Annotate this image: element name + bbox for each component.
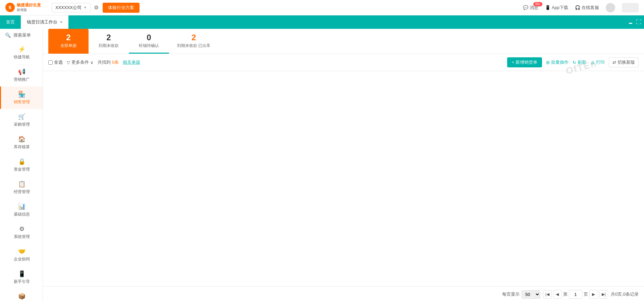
page-last-button[interactable]: ▶|	[599, 290, 608, 299]
per-page-select[interactable]: 50 100 200	[522, 290, 540, 299]
sidebar-item-basic-info[interactable]: 📊 基础信息	[0, 199, 43, 221]
stat-tab-shipped[interactable]: 2 到期未收款 已出库	[169, 29, 218, 54]
add-button[interactable]: + 新增销货单	[507, 57, 542, 67]
operations-icon: 📋	[18, 180, 25, 188]
refresh-icon: ↻	[573, 60, 576, 65]
sidebar-item-marketing[interactable]: 📢 营销推广	[0, 64, 43, 86]
print-label: 打印	[596, 59, 605, 65]
marketing-icon: 📢	[18, 68, 25, 75]
tab-work-bench[interactable]: 钱货日清工作台 ×	[21, 15, 68, 29]
content-area: 2 全部单据 2 到期未收款 0 旺铺待确认 2 到期未收款 已出库 全选	[43, 29, 644, 302]
sidebar-item-label: 基础信息	[14, 212, 30, 217]
company-name: XXXXXX公司	[55, 5, 82, 11]
sidebar-item-quick-nav[interactable]: ⚡ 快捷导航	[0, 42, 43, 64]
page-end-label: 页	[584, 291, 588, 297]
sidebar-item-purchase[interactable]: 🛒 采购管理	[0, 109, 43, 131]
select-all-checkbox[interactable]: 全选	[48, 59, 63, 65]
page-next-button[interactable]: ▶	[589, 290, 598, 299]
stat-pending-num: 0	[147, 33, 151, 42]
batch-label: 批量操作	[551, 59, 569, 65]
sidebar-item-operations[interactable]: 📋 经营管理	[0, 176, 43, 199]
select-all-label: 全选	[54, 59, 63, 65]
logo-text: 畅捷通好生意	[17, 3, 41, 7]
stats-bar: 2 全部单据 2 到期未收款 0 旺铺待确认 2 到期未收款 已出库	[43, 29, 644, 54]
filter-icon: ▽	[67, 60, 70, 65]
sidebar-item-label: 企业协同	[14, 256, 30, 262]
online-service-label: 在线客服	[582, 5, 599, 11]
online-service-item[interactable]: 🎧 在线客服	[575, 5, 599, 11]
batch-icon: ⊞	[546, 60, 550, 65]
sidebar-item-label: 销售管理	[14, 99, 30, 105]
search-icon: 🔍	[5, 33, 11, 38]
tab-home[interactable]: 首页	[0, 15, 21, 29]
stat-shipped-num: 2	[192, 33, 196, 42]
tab-close-icon[interactable]: ×	[60, 20, 62, 24]
pagination-bar: 每页显示 50 100 200 |◀ ◀ 第 页 ▶ ▶| 共0页,0条记录	[43, 286, 644, 302]
guide-icon: 📱	[18, 270, 25, 278]
settings-icon[interactable]: ⚙	[94, 4, 99, 11]
sidebar-item-app-center[interactable]: 📦 应用中心	[0, 289, 43, 302]
switch-button[interactable]: ⇄ 切换新版	[609, 57, 639, 67]
sidebar-item-label: 新手引导	[14, 279, 30, 285]
message-badge: 99+	[533, 2, 542, 6]
top-header: 6 畅捷通好生意 标准版 XXXXXX公司 ▼ ⚙ 体验行业方案 💬 消息 99…	[0, 0, 644, 15]
sales-icon: 🏪	[18, 90, 25, 98]
app-download-label: App下载	[552, 5, 568, 11]
trial-button[interactable]: 体验行业方案	[103, 3, 140, 13]
sidebar-item-enterprise[interactable]: 🤝 企业协同	[0, 244, 43, 266]
user-name[interactable]	[622, 3, 639, 12]
refresh-button[interactable]: ↻ 刷新	[573, 59, 586, 65]
stat-overdue-num: 2	[106, 33, 111, 42]
stat-tab-all[interactable]: 2 全部单据	[48, 29, 89, 54]
found-text-label: 共找到	[98, 60, 111, 65]
message-item[interactable]: 💬 消息 99+	[523, 5, 538, 11]
stat-tab-overdue[interactable]: 2 到期未收款	[89, 29, 129, 54]
sidebar-item-label: 营销推广	[14, 77, 30, 82]
sidebar-item-sales[interactable]: 🏪 销售管理	[0, 86, 43, 109]
company-selector[interactable]: XXXXXX公司 ▼	[52, 3, 91, 12]
page-prev-button[interactable]: ◀	[553, 290, 562, 299]
filter-arrow-icon: ∨	[90, 60, 94, 65]
maximize-icon[interactable]: ⛶	[636, 19, 641, 25]
enterprise-icon: 🤝	[18, 248, 25, 255]
sidebar-item-label: 系统管理	[14, 234, 30, 240]
minimize-icon[interactable]: 🗕	[628, 19, 633, 25]
sidebar-item-label: 经营管理	[14, 189, 30, 195]
avatar[interactable]	[606, 3, 615, 12]
related-link[interactable]: 相关单据	[123, 59, 140, 65]
sidebar-item-inventory[interactable]: 🏠 库存核算	[0, 131, 43, 154]
logo-area: 6 畅捷通好生意 标准版	[5, 3, 48, 12]
select-all-input[interactable]	[48, 60, 53, 65]
filter-label: 更多条件	[71, 59, 89, 65]
page-first-button[interactable]: |◀	[543, 290, 552, 299]
nav-tabs: 首页 钱货日清工作台 × 🗕 ⛶	[0, 15, 644, 29]
stat-pending-label: 旺铺待确认	[139, 43, 159, 49]
app-download-item[interactable]: 📱 App下载	[545, 5, 568, 11]
main-layout: 🔍 搜索菜单 ⚡ 快捷导航 📢 营销推广 🏪 销售管理 🛒 采购管理 🏠 库存核…	[0, 29, 644, 302]
batch-button[interactable]: ⊞ 批量操作	[546, 59, 569, 65]
toolbar-right: + 新增销货单 ⊞ 批量操作 ↻ 刷新 🖨 打印 ⇄ 切换新版	[507, 57, 639, 67]
quick-nav-icon: ⚡	[18, 46, 25, 53]
found-text: 共找到 0条	[98, 59, 119, 65]
logo-badge: 标准版	[17, 8, 41, 12]
page-input[interactable]	[569, 290, 582, 299]
basic-info-icon: 📊	[18, 203, 25, 210]
sidebar-item-label: 采购管理	[14, 122, 30, 127]
per-page-selector: 每页显示 50 100 200	[502, 290, 540, 299]
filter-button[interactable]: ▽ 更多条件 ∨	[67, 59, 94, 65]
refresh-label: 刷新	[578, 59, 586, 65]
system-icon: ⚙	[19, 225, 24, 233]
message-icon: 💬	[523, 5, 528, 10]
stat-tab-pending[interactable]: 0 旺铺待确认	[129, 29, 169, 54]
sidebar-search[interactable]: 🔍 搜索菜单	[0, 29, 43, 42]
page-text: 第	[563, 291, 568, 297]
sidebar: 🔍 搜索菜单 ⚡ 快捷导航 📢 营销推广 🏪 销售管理 🛒 采购管理 🏠 库存核…	[0, 29, 43, 302]
stat-all-num: 2	[66, 33, 70, 42]
stat-all-label: 全部单据	[60, 43, 76, 49]
sidebar-item-guide[interactable]: 📱 新手引导	[0, 266, 43, 289]
sidebar-item-system[interactable]: ⚙ 系统管理	[0, 221, 43, 244]
sidebar-item-finance[interactable]: 🔒 资金管理	[0, 154, 43, 176]
app-center-icon: 📦	[18, 293, 25, 300]
print-button[interactable]: 🖨 打印	[590, 59, 605, 65]
toolbar-left: 全选 ▽ 更多条件 ∨ 共找到 0条 相关单据	[48, 59, 140, 65]
